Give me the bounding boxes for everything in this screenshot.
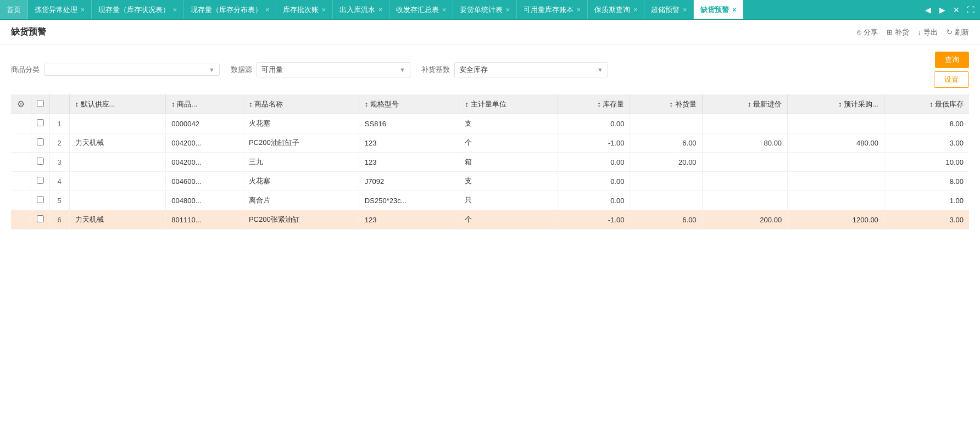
row-settings-cell: [11, 210, 31, 229]
select-all-checkbox[interactable]: [37, 100, 44, 107]
tab-fullscreen-button[interactable]: ⛶: [964, 3, 978, 17]
tab-close-all-button[interactable]: ✕: [949, 3, 964, 17]
page-header: 缺货预警 ⎋ 分享 ⊞ 补货 ↓ 导出 ↻ 刷新: [0, 20, 980, 45]
row-code: 0000042: [166, 114, 243, 133]
row-checkbox[interactable]: [37, 138, 44, 145]
main-content: 缺货预警 ⎋ 分享 ⊞ 补货 ↓ 导出 ↻ 刷新 商品分类: [0, 20, 980, 437]
row-latest-price: [702, 172, 788, 191]
tab-prev-button[interactable]: ◀: [921, 3, 935, 17]
row-checkbox[interactable]: [37, 215, 44, 222]
tab-available-ledger[interactable]: 可用量库存账本 ×: [517, 0, 588, 19]
row-checkbox[interactable]: [37, 158, 44, 165]
tab-expiry-query-close[interactable]: ×: [633, 6, 637, 14]
tab-overstock-label: 超储预警: [651, 5, 680, 15]
tab-overstock-close[interactable]: ×: [683, 6, 687, 14]
table-row[interactable]: 2 力天机械 004200... PC200油缸缸子 123 个 -1.00 6…: [11, 133, 969, 153]
col-latest-price[interactable]: ↕ 最新进价: [702, 94, 788, 114]
replenish-label: 补货: [895, 27, 909, 37]
tab-inout-flow[interactable]: 出入库流水 ×: [333, 0, 389, 19]
tab-home[interactable]: 首页: [0, 0, 28, 19]
col-settings[interactable]: ⚙: [11, 94, 31, 114]
gear-icon[interactable]: ⚙: [17, 99, 25, 109]
settings-button[interactable]: 设置: [934, 71, 969, 88]
col-stock[interactable]: ↕ 库存量: [558, 94, 630, 114]
row-est-purchase: 480.00: [788, 133, 884, 153]
row-settings-cell: [11, 153, 31, 172]
row-checkbox[interactable]: [37, 177, 44, 184]
row-checkbox-cell[interactable]: [31, 191, 49, 210]
tab-next-button[interactable]: ▶: [935, 3, 949, 17]
row-checkbox-cell[interactable]: [31, 172, 49, 191]
tab-demand-stats[interactable]: 要货单统计表 ×: [453, 0, 517, 19]
tab-receive-summary-close[interactable]: ×: [442, 6, 446, 14]
tab-demand-stats-label: 要货单统计表: [460, 5, 503, 15]
row-replenish-qty: 20.00: [630, 153, 702, 172]
row-stock: 0.00: [558, 114, 630, 133]
col-replenish-qty[interactable]: ↕ 补货量: [630, 94, 702, 114]
table-row[interactable]: 4 004600... 火花塞 J7092 支 0.00 8.00: [11, 172, 969, 191]
row-checkbox-cell[interactable]: [31, 133, 49, 153]
tab-abnormal[interactable]: 拣货异常处理 ×: [28, 0, 92, 19]
tab-receive-summary[interactable]: 收发存汇总表 ×: [389, 0, 453, 19]
row-replenish-qty: [630, 172, 702, 191]
col-replenish-qty-label: ↕ 补货量: [669, 100, 696, 108]
query-button[interactable]: 查询: [935, 52, 969, 68]
tab-inventory-dist-close[interactable]: ×: [265, 6, 269, 14]
row-supplier: 力天机械: [69, 210, 166, 229]
tab-abnormal-label: 拣货异常处理: [35, 5, 77, 15]
share-button[interactable]: ⎋ 分享: [857, 27, 878, 37]
row-replenish-qty: [630, 191, 702, 210]
tab-shortage[interactable]: 缺货预警 ×: [694, 0, 743, 19]
row-checkbox[interactable]: [37, 119, 44, 126]
col-checkbox: [31, 94, 49, 114]
tab-batch-account-close[interactable]: ×: [322, 6, 326, 14]
row-checkbox-cell[interactable]: [31, 153, 49, 172]
table-row[interactable]: 6 力天机械 801110... PC200张紧油缸 123 个 -1.00 6…: [11, 210, 969, 229]
tab-overstock[interactable]: 超储预警 ×: [644, 0, 694, 19]
table-row[interactable]: 1 0000042 火花塞 SS816 支 0.00 8.00: [11, 114, 969, 133]
row-checkbox[interactable]: [37, 196, 44, 203]
row-num: 2: [49, 133, 69, 153]
tab-inventory-status[interactable]: 现存量（库存状况表） ×: [92, 0, 184, 19]
replenish-button[interactable]: ⊞ 补货: [887, 27, 909, 37]
tab-inventory-status-close[interactable]: ×: [173, 6, 177, 14]
row-est-purchase: [788, 114, 884, 133]
tab-inventory-dist-label: 现存量（库存分布表）: [191, 5, 262, 15]
row-est-purchase: [788, 172, 884, 191]
tab-batch-account[interactable]: 库存批次账 ×: [276, 0, 333, 19]
table-row[interactable]: 5 004800... 离合片 DS250*23c... 只 0.00 1.00: [11, 191, 969, 210]
row-est-purchase: 1200.00: [788, 210, 884, 229]
tab-expiry-query[interactable]: 保质期查询 ×: [588, 0, 644, 19]
tab-shortage-close[interactable]: ×: [732, 6, 736, 14]
row-latest-price: 200.00: [702, 210, 788, 229]
col-min-stock[interactable]: ↕ 最低库存: [884, 94, 969, 114]
row-checkbox-cell[interactable]: [31, 114, 49, 133]
category-select[interactable]: ▼: [44, 64, 220, 76]
row-latest-price: [702, 191, 788, 210]
row-latest-price: [702, 114, 788, 133]
row-checkbox-cell[interactable]: [31, 210, 49, 229]
category-filter-label: 商品分类: [11, 65, 40, 75]
col-supplier[interactable]: ↕ 默认供应...: [69, 94, 166, 114]
col-name-label: ↕ 商品名称: [249, 100, 283, 108]
datasource-select[interactable]: 可用量 ▼: [257, 62, 410, 77]
col-name[interactable]: ↕ 商品名称: [243, 94, 359, 114]
category-select-arrow: ▼: [209, 66, 215, 73]
col-code[interactable]: ↕ 商品...: [166, 94, 243, 114]
row-spec: DS250*23c...: [359, 191, 459, 210]
row-unit: 只: [459, 191, 558, 210]
table-header-row: ⚙ ↕ 默认供应... ↕ 商品... ↕ 商品名称: [11, 94, 969, 114]
tab-inventory-dist[interactable]: 现存量（库存分布表） ×: [184, 0, 276, 19]
table-row[interactable]: 3 004200... 三九 123 箱 0.00 20.00 10.00: [11, 153, 969, 172]
col-unit[interactable]: ↕ 主计量单位: [459, 94, 558, 114]
col-spec[interactable]: ↕ 规格型号: [359, 94, 459, 114]
tab-inout-flow-close[interactable]: ×: [378, 6, 382, 14]
replenish-base-select[interactable]: 安全库存 ▼: [454, 62, 608, 77]
tab-abnormal-close[interactable]: ×: [81, 6, 85, 14]
tab-demand-stats-close[interactable]: ×: [506, 6, 510, 14]
tab-available-ledger-close[interactable]: ×: [577, 6, 581, 14]
col-est-purchase[interactable]: ↕ 预计采购...: [788, 94, 884, 114]
refresh-button[interactable]: ↻ 刷新: [946, 27, 969, 37]
tab-batch-account-label: 库存批次账: [283, 5, 319, 15]
export-button[interactable]: ↓ 导出: [918, 27, 938, 37]
